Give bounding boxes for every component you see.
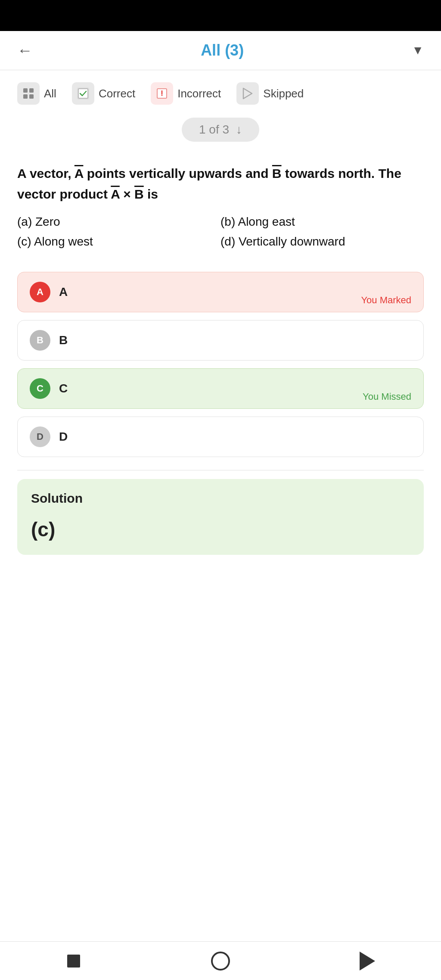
option-d: (d) Vertically downward [220,233,424,250]
pagination-pill[interactable]: 1 of 3 ↓ [182,118,259,142]
svg-rect-0 [23,88,28,93]
back-button[interactable]: ← [17,41,33,59]
solution-answer: (c) [31,514,410,541]
nav-home-button[interactable] [209,950,232,972]
options-grid: (a) Zero (b) Along east (c) Along west (… [17,213,424,250]
filter-correct[interactable]: Correct [72,82,135,105]
all-label: All [44,87,56,100]
vector-a2: A [111,187,120,201]
nav-square-button[interactable] [62,950,85,972]
dropdown-icon[interactable]: ▼ [412,44,424,57]
solution-section: Solution (c) [17,479,424,555]
answer-option-a[interactable]: A A You Marked [17,272,424,312]
svg-marker-9 [243,88,252,99]
pagination-down-arrow[interactable]: ↓ [236,123,242,137]
status-bar [0,0,441,31]
badge-c: C [30,378,50,399]
question-area: A vector, A points vertically upwards an… [0,155,441,263]
badge-d: D [30,426,50,447]
skipped-label: Skipped [263,87,304,100]
filter-row: All Correct Incorrect S [0,70,441,113]
option-label-b: B [59,333,68,347]
solution-title: Solution [31,491,410,506]
square-icon [67,955,80,968]
svg-rect-1 [29,88,34,93]
badge-a: A [30,282,50,302]
filter-incorrect[interactable]: Incorrect [151,82,221,105]
answer-option-c[interactable]: C C You Missed [17,368,424,409]
divider [17,470,424,470]
option-b: (b) Along east [220,213,424,230]
header-title: All (3) [201,41,244,59]
filter-all[interactable]: All [17,82,56,105]
you-missed-tag: You Missed [363,391,411,402]
correct-label: Correct [99,87,135,100]
incorrect-icon [151,82,173,105]
triangle-icon [360,952,375,971]
header: ← All (3) ▼ [0,31,441,70]
circle-icon [211,952,230,971]
vector-b: B [272,166,282,180]
filter-skipped[interactable]: Skipped [236,82,304,105]
skipped-icon [236,82,259,105]
vector-b2: B [134,187,144,201]
incorrect-label: Incorrect [177,87,221,100]
svg-rect-3 [29,94,34,99]
answer-option-d[interactable]: D D [17,417,424,457]
vector-a: A [75,166,84,180]
bottom-nav [0,941,441,980]
pagination-text: 1 of 3 [199,123,229,137]
option-label-d: D [59,430,68,444]
option-a: (a) Zero [17,213,220,230]
option-label-a: A [59,285,68,299]
badge-b: B [30,330,50,351]
svg-point-8 [161,95,163,96]
option-label-c: C [59,382,68,395]
question-text: A vector, A points vertically upwards an… [17,163,424,205]
svg-rect-2 [23,94,28,99]
nav-back-button[interactable] [356,950,379,972]
all-icon [17,82,40,105]
correct-icon [72,82,94,105]
you-marked-tag: You Marked [361,295,411,306]
pagination-row: 1 of 3 ↓ [0,113,441,155]
answer-option-b[interactable]: B B [17,320,424,361]
option-c: (c) Along west [17,233,220,250]
answers-section: A A You Marked B B C C You Missed D D [0,263,441,466]
